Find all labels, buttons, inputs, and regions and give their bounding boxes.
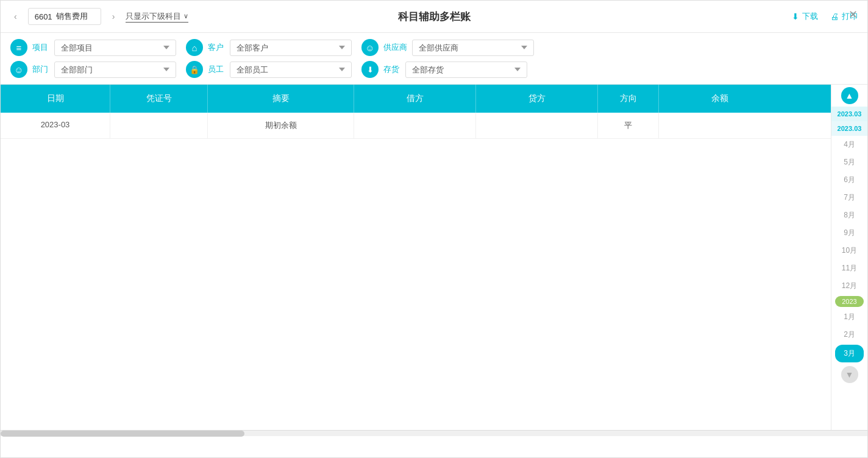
filter-row-1: ≡ 项目 全部项目 ⌂ 客户 全部客户 ☺ 供应商 全部供应商 bbox=[10, 39, 858, 56]
timeline-item-2023-03-top[interactable]: 2023.03 bbox=[831, 107, 867, 121]
supplier-label: 供应商 bbox=[383, 42, 407, 53]
employee-select[interactable]: 全部员工 bbox=[230, 62, 352, 78]
filter-row-2: ☺ 部门 全部部门 🔒 员工 全部员工 ⬇ 存货 全部存货 bbox=[10, 61, 858, 78]
cell-summary: 期初余额 bbox=[208, 113, 354, 138]
col-direction: 方向 bbox=[598, 85, 659, 113]
print-icon: 🖨 bbox=[830, 12, 839, 21]
employee-label: 员工 bbox=[208, 64, 225, 75]
filter-supplier: ☺ 供应商 全部供应商 bbox=[361, 39, 534, 56]
table-body: 2023-03 期初余额 平 bbox=[1, 113, 831, 139]
top-actions: ⬇ 下载 🖨 打印 ✕ bbox=[792, 11, 858, 22]
col-credit: 贷方 bbox=[476, 85, 598, 113]
page-title: 科目辅助多栏账 bbox=[398, 10, 471, 24]
customer-select[interactable]: 全部客户 bbox=[230, 40, 352, 56]
table-area: 日期 凭证号 摘要 借方 贷方 方向 余额 2023-03 期初余额 平 bbox=[1, 85, 831, 430]
timeline-item-4[interactable]: 4月 bbox=[831, 136, 867, 153]
timeline-item-1[interactable]: 1月 bbox=[831, 308, 867, 326]
table-row: 2023-03 期初余额 平 bbox=[1, 113, 831, 139]
inventory-icon: ⬇ bbox=[361, 61, 379, 78]
side-timeline: ▲ 2023.03 2023.03 4月 5月 6月 7月 8月 9月 10月 … bbox=[831, 85, 867, 430]
project-select[interactable]: 全部项目 bbox=[54, 40, 176, 56]
filter-dept: ☺ 部门 全部部门 bbox=[10, 61, 176, 78]
filter-inventory: ⬇ 存货 全部存货 bbox=[361, 61, 527, 78]
cell-direction: 平 bbox=[598, 113, 659, 138]
timeline-item-7[interactable]: 7月 bbox=[831, 189, 867, 206]
project-label: 项目 bbox=[32, 42, 49, 53]
account-code: 6601 bbox=[35, 12, 52, 21]
filter-customer: ⌂ 客户 全部客户 bbox=[186, 39, 352, 56]
account-name: 销售费用 bbox=[56, 11, 88, 22]
dept-select[interactable]: 全部部门 bbox=[54, 62, 176, 78]
col-balance: 余额 bbox=[659, 85, 781, 113]
scrollbar-thumb[interactable] bbox=[1, 431, 244, 437]
filter-employee: 🔒 员工 全部员工 bbox=[186, 61, 352, 78]
timeline-up-btn[interactable]: ▲ bbox=[841, 87, 858, 104]
col-date: 日期 bbox=[1, 85, 110, 113]
main-content: 日期 凭证号 摘要 借方 贷方 方向 余额 2023-03 期初余额 平 bbox=[1, 85, 867, 430]
filter-project: ≡ 项目 全部项目 bbox=[10, 39, 176, 56]
timeline-item-11[interactable]: 11月 bbox=[831, 259, 867, 277]
col-summary: 摘要 bbox=[208, 85, 354, 113]
col-debit: 借方 bbox=[354, 85, 476, 113]
account-code-display: 6601 销售费用 bbox=[28, 8, 101, 25]
timeline-item-8[interactable]: 8月 bbox=[831, 206, 867, 224]
cell-credit bbox=[476, 113, 598, 138]
timeline-year-2023[interactable]: 2023 bbox=[835, 296, 864, 307]
col-voucher: 凭证号 bbox=[110, 85, 208, 113]
dept-icon: ☺ bbox=[10, 61, 27, 78]
project-icon: ≡ bbox=[10, 39, 27, 56]
cell-date: 2023-03 bbox=[1, 113, 110, 138]
inventory-select[interactable]: 全部存货 bbox=[405, 62, 527, 78]
main-window: ‹ 6601 销售费用 › 只显示下级科目 ∨ 科目辅助多栏账 ⬇ 下载 🖨 打… bbox=[0, 0, 868, 458]
customer-icon: ⌂ bbox=[186, 39, 203, 56]
supplier-icon: ☺ bbox=[361, 39, 379, 56]
inventory-label: 存货 bbox=[383, 64, 400, 75]
close-btn[interactable]: ✕ bbox=[848, 8, 858, 21]
timeline-down-btn[interactable]: ▼ bbox=[841, 366, 858, 383]
download-btn[interactable]: ⬇ 下载 bbox=[792, 11, 818, 22]
top-bar: ‹ 6601 销售费用 › 只显示下级科目 ∨ 科目辅助多栏账 ⬇ 下载 🖨 打… bbox=[1, 1, 867, 33]
employee-icon: 🔒 bbox=[186, 61, 203, 78]
filter-bar: ≡ 项目 全部项目 ⌂ 客户 全部客户 ☺ 供应商 全部供应商 bbox=[1, 33, 867, 85]
timeline-item-2023-03[interactable]: 2023.03 bbox=[831, 121, 867, 136]
customer-label: 客户 bbox=[208, 42, 225, 53]
table-header: 日期 凭证号 摘要 借方 贷方 方向 余额 bbox=[1, 85, 831, 113]
timeline-item-12[interactable]: 12月 bbox=[831, 277, 867, 295]
download-icon: ⬇ bbox=[792, 12, 799, 21]
cell-voucher bbox=[110, 113, 208, 138]
chevron-down-icon: ∨ bbox=[183, 12, 188, 20]
timeline-item-6[interactable]: 6月 bbox=[831, 171, 867, 189]
dept-label: 部门 bbox=[32, 64, 49, 75]
prev-account-btn[interactable]: ‹ bbox=[10, 10, 21, 23]
timeline-item-5[interactable]: 5月 bbox=[831, 153, 867, 171]
timeline-item-2[interactable]: 2月 bbox=[831, 326, 867, 344]
supplier-select[interactable]: 全部供应商 bbox=[412, 40, 534, 56]
timeline-item-3-active[interactable]: 3月 bbox=[835, 345, 864, 362]
cell-debit bbox=[354, 113, 476, 138]
next-account-btn[interactable]: › bbox=[108, 10, 119, 23]
timeline-item-9[interactable]: 9月 bbox=[831, 224, 867, 242]
horizontal-scrollbar[interactable] bbox=[1, 430, 867, 436]
cell-balance bbox=[659, 113, 781, 138]
timeline-item-10[interactable]: 10月 bbox=[831, 242, 867, 259]
show-sub-filter[interactable]: 只显示下级科目 ∨ bbox=[126, 11, 188, 23]
